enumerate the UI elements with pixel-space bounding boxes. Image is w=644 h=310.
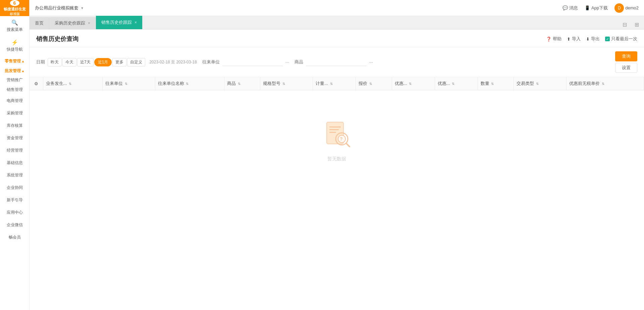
date-btn-yesterday[interactable]: 昨天 (48, 58, 62, 66)
col-trade-type-sort: ⇅ (536, 82, 539, 86)
wholesale-mgmt-arrow: ▲ (21, 69, 25, 73)
tab-home[interactable]: 首页 (30, 17, 49, 29)
col-product[interactable]: 商品 ⇅ (224, 77, 260, 90)
date-btn-more[interactable]: 更多 (112, 58, 126, 66)
col-discount1-label: 优惠... (395, 81, 407, 86)
sidebar-item-search-menu[interactable]: 🔍 搜索菜单 (0, 16, 29, 36)
col-discount2-label: 优惠... (438, 81, 450, 86)
sidebar-item-operations[interactable]: 经营管理 (0, 144, 29, 157)
sidebar-item-system[interactable]: 系统管理 (0, 169, 29, 182)
col-unit[interactable]: 计量... ⇅ (313, 77, 356, 90)
date-btn-today[interactable]: 今天 (62, 58, 76, 66)
message-btn[interactable]: 💬 消息 (562, 5, 578, 11)
help-label: 帮助 (553, 36, 561, 42)
topbar-right: 💬 消息 📱 App下载 D demo2 (562, 3, 639, 13)
page-title: 销售历史价查询 (36, 35, 78, 43)
username-label: demo2 (625, 5, 639, 10)
col-partner-name-sort: ⇅ (186, 82, 189, 86)
user-profile-btn[interactable]: D demo2 (614, 3, 639, 13)
col-partner-code[interactable]: 往来单位 ⇅ (102, 77, 155, 90)
svg-rect-2 (329, 129, 339, 130)
sidebar-item-purchase-mgmt[interactable]: 采购管理 (0, 107, 29, 119)
table-header-row: ⚙ 业务发生... ⇅ 往来单位 ⇅ 往来单位名称 ⇅ (30, 77, 644, 90)
page-content: 销售历史价查询 ❓ 帮助 ⬆ 导入 ⬇ 导出 ✓ 只看最后一次 (30, 30, 644, 310)
col-quantity[interactable]: 数量 ⇅ (478, 77, 514, 90)
member-label: 畅会员 (9, 235, 21, 240)
sidebar-item-enterprise-wechat[interactable]: 企业微信 (0, 219, 29, 231)
only-last-checkbox-label[interactable]: ✓ 只看最后一次 (605, 36, 637, 42)
sidebar-item-finance[interactable]: 资金管理 (0, 132, 29, 144)
tab-purchase-history[interactable]: 采购历史价跟踪 × (49, 17, 96, 29)
col-product-label: 商品 (227, 81, 236, 86)
partner-input[interactable] (222, 58, 283, 66)
date-btn-1month[interactable]: 近1月 (94, 58, 112, 66)
export-btn[interactable]: ⬇ 导出 (586, 36, 600, 42)
col-partner-code-sort: ⇅ (125, 82, 127, 86)
col-unit-sort: ⇅ (330, 82, 333, 86)
sales-mgmt-label: 销售管理 (7, 87, 23, 92)
sidebar-item-app-center[interactable]: 应用中心 (0, 206, 29, 219)
col-business-date-label: 业务发生... (46, 81, 67, 86)
import-btn[interactable]: ⬆ 导入 (567, 36, 581, 42)
col-price[interactable]: 报价 ⇅ (356, 77, 392, 90)
sidebar-item-sales-mgmt[interactable]: 销售管理 (0, 85, 29, 95)
col-discount1[interactable]: 优惠... ⇅ (392, 77, 435, 90)
product-dots-btn[interactable]: ··· (369, 59, 373, 65)
app-center-label: 应用中心 (7, 210, 23, 215)
col-pretax-price[interactable]: 优惠前无税单价 ⇅ (567, 77, 644, 90)
logo-icon: 6 (10, 0, 19, 6)
sidebar-item-basic-info[interactable]: 基础信息 (0, 157, 29, 169)
topbar-dropdown-icon[interactable]: ▾ (81, 6, 83, 10)
search-menu-label: 搜索菜单 (7, 27, 23, 33)
col-trade-type[interactable]: 交易类型 ⇅ (514, 77, 567, 90)
sidebar-item-enterprise-collab[interactable]: 企业协同 (0, 182, 29, 194)
sidebar-item-wholesale-mgmt[interactable]: 批发管理 ▲ (0, 65, 29, 75)
export-label: 导出 (591, 36, 600, 42)
sidebar-item-marketing[interactable]: 营销推广 (0, 75, 29, 85)
tab-maximize-btn[interactable]: ⊞ (632, 20, 641, 29)
sidebar-item-member[interactable]: 畅会员 (0, 231, 29, 244)
col-quantity-sort: ⇅ (491, 82, 494, 86)
query-btn[interactable]: 查询 (615, 51, 637, 61)
tab-sales-history-close[interactable]: × (135, 20, 137, 24)
col-business-date[interactable]: 业务发生... ⇅ (43, 77, 102, 90)
sidebar-item-new-guide[interactable]: 新手引导 (0, 194, 29, 206)
product-input[interactable] (306, 58, 366, 66)
logo-subtitle: 标准版 (10, 12, 20, 16)
tab-purchase-history-close[interactable]: × (88, 21, 90, 25)
sidebar-item-ecommerce-mgmt[interactable]: 电商管理 (0, 95, 29, 107)
col-settings[interactable]: ⚙ (30, 77, 43, 90)
main-area: 办公用品行业模拟账套 ▾ 💬 消息 📱 App下载 D demo2 首页 (30, 0, 644, 310)
sidebar-item-inventory[interactable]: 库存核算 (0, 119, 29, 132)
sidebar-item-quick-nav[interactable]: ⚡ 快捷导航 (0, 36, 29, 56)
col-unit-label: 计量... (316, 81, 328, 86)
logo-text: 畅捷通好生意 (4, 7, 26, 11)
app-download-icon: 📱 (585, 5, 590, 10)
sidebar-item-retail-mgmt[interactable]: 零售管理 ▲ (0, 56, 29, 65)
col-product-sort: ⇅ (238, 82, 240, 86)
col-discount2[interactable]: 优惠... ⇅ (435, 77, 478, 90)
date-filter-label: 日期 (36, 59, 45, 65)
empty-text: 暂无数据 (327, 156, 346, 162)
date-btn-7days[interactable]: 近7天 (77, 58, 94, 66)
topbar: 办公用品行业模拟账套 ▾ 💬 消息 📱 App下载 D demo2 (30, 0, 644, 16)
col-partner-name[interactable]: 往来单位名称 ⇅ (155, 77, 224, 90)
app-download-btn[interactable]: 📱 App下载 (585, 5, 608, 11)
date-btn-custom[interactable]: 自定义 (127, 58, 145, 66)
empty-state: ? 暂无数据 (30, 90, 644, 189)
purchase-mgmt-label: 采购管理 (7, 110, 23, 116)
partner-dots-btn[interactable]: ··· (285, 59, 289, 65)
partner-filter-group: 往来单位 ··· (202, 58, 289, 66)
tab-home-label: 首页 (35, 20, 44, 26)
settings-icon: ⚙ (34, 81, 38, 86)
col-price-label: 报价 (359, 81, 367, 86)
message-label: 消息 (569, 5, 578, 11)
tab-minimize-btn[interactable]: ⊟ (620, 20, 629, 29)
only-last-checkbox[interactable]: ✓ (605, 37, 610, 41)
settings-btn[interactable]: 设置 (615, 63, 637, 73)
col-spec[interactable]: 规格型号 ⇅ (260, 77, 313, 90)
tab-sales-history[interactable]: 销售历史价跟踪 × (96, 16, 143, 29)
help-btn[interactable]: ❓ 帮助 (546, 36, 561, 42)
col-business-date-sort: ⇅ (69, 82, 71, 86)
ecommerce-mgmt-label: 电商管理 (7, 98, 23, 104)
